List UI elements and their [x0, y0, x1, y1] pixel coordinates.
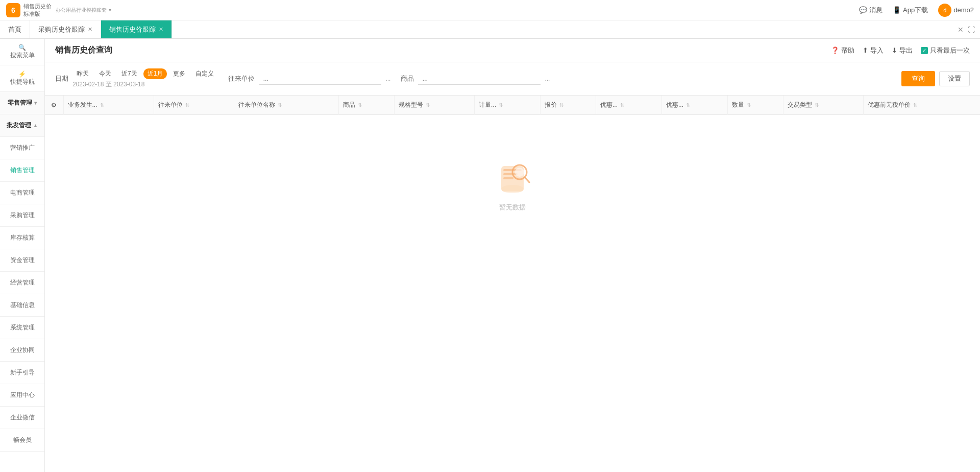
date-filter-group: 日期 昨天 今天 近7天 近1月 更多 自定义 2023-02-18 至 202… — [55, 68, 218, 89]
chevron-up-icon: ▲ — [33, 123, 38, 128]
date-range-display: 2023-02-18 至 2023-03-18 — [72, 80, 218, 89]
message-button[interactable]: 💬 消息 — [859, 6, 883, 15]
table-col-spec[interactable]: 规格型号 ⇅ — [394, 96, 474, 115]
import-button[interactable]: ⬆ 导入 — [863, 46, 884, 55]
sort-icon: ⇅ — [499, 102, 503, 108]
sidebar-item-member[interactable]: 畅会员 — [0, 429, 44, 452]
table-col-unit[interactable]: 计量... ⇅ — [474, 96, 540, 115]
maximize-button[interactable]: ⛶ — [968, 26, 975, 34]
empty-icon — [492, 156, 533, 197]
sort-icon: ⇅ — [686, 102, 690, 108]
svg-line-7 — [525, 177, 529, 182]
close-purchase-history-tab[interactable]: ✕ — [88, 26, 92, 33]
sort-icon: ⇅ — [620, 102, 624, 108]
account-selector[interactable]: 办公用品行业模拟账套 ▾ — [56, 7, 111, 14]
sidebar-item-basic-info[interactable]: 基础信息 — [0, 294, 44, 317]
sidebar-item-system-mgmt[interactable]: 系统管理 — [0, 317, 44, 339]
sidebar-item-wholesale-mgmt[interactable]: 批发管理 ▲ — [0, 114, 44, 137]
only-last-checkbox-group[interactable]: ✓ 只看最后一次 — [921, 46, 970, 55]
message-icon: 💬 — [859, 6, 867, 14]
tab-purchase-history[interactable]: 采购历史价跟踪 ✕ — [30, 20, 101, 38]
table-col-partner-name[interactable]: 往来单位名称 ⇅ — [234, 96, 338, 115]
date-btn-more[interactable]: 更多 — [169, 68, 189, 79]
table-header: ⚙ 业务发生... ⇅ 往来单位 ⇅ 往来单位名称 ⇅ — [45, 96, 980, 115]
page-header: 销售历史价查询 ❓ 帮助 ⬆ 导入 ⬇ 导出 ✓ 只看最后一次 — [45, 39, 980, 62]
topbar-left: 6 销售历史价 标准版 办公用品行业模拟账套 ▾ — [6, 3, 111, 17]
table-col-discount1[interactable]: 优惠... ⇅ — [596, 96, 662, 115]
partner-filter-label: 往来单位 — [228, 74, 255, 83]
app-download-button[interactable]: 📱 App下载 — [893, 6, 928, 15]
table-col-trade-type[interactable]: 交易类型 ⇅ — [783, 96, 864, 115]
tab-sales-history[interactable]: 销售历史价跟踪 ✕ — [101, 20, 172, 38]
product-filter-group: 商品 ... — [401, 73, 550, 85]
empty-illustration — [492, 156, 533, 197]
help-button[interactable]: ❓ 帮助 — [831, 46, 854, 55]
product-filter-label: 商品 — [401, 74, 414, 83]
query-button[interactable]: 查询 — [901, 71, 935, 86]
sidebar-item-ops-mgmt[interactable]: 经营管理 — [0, 272, 44, 294]
avatar: d — [938, 4, 951, 17]
data-table: ⚙ 业务发生... ⇅ 往来单位 ⇅ 往来单位名称 ⇅ — [45, 96, 980, 115]
table-col-product[interactable]: 商品 ⇅ — [338, 96, 394, 115]
close-all-tabs-button[interactable]: ✕ — [958, 26, 964, 34]
sort-icon: ⇅ — [559, 102, 564, 108]
sidebar: 🔍 搜索菜单 ⚡ 快捷导航 零售管理 ▾ 批发管理 ▲ 营销推广 销售管理 电商… — [0, 39, 45, 472]
table-col-pretax-price[interactable]: 优惠前无税单价 ⇅ — [864, 96, 980, 115]
sort-icon: ⇅ — [913, 102, 917, 108]
sidebar-item-app-center[interactable]: 应用中心 — [0, 384, 44, 407]
sidebar-item-enterprise-collab[interactable]: 企业协同 — [0, 339, 44, 362]
search-menu-icon: 🔍 — [18, 44, 26, 51]
user-profile[interactable]: d demo2 — [938, 4, 974, 17]
sort-icon: ⇅ — [185, 102, 189, 108]
partner-filter-dots[interactable]: ... — [385, 75, 390, 82]
filter-bar: 日期 昨天 今天 近7天 近1月 更多 自定义 2023-02-18 至 202… — [45, 62, 980, 96]
product-filter-input[interactable] — [418, 73, 541, 85]
tab-home[interactable]: 首页 — [0, 20, 30, 38]
date-btn-today[interactable]: 今天 — [95, 68, 115, 79]
date-filter-label: 日期 — [55, 74, 68, 83]
export-icon: ⬇ — [892, 46, 897, 54]
date-btn-yesterday[interactable]: 昨天 — [72, 68, 93, 79]
sort-icon: ⇅ — [100, 102, 104, 108]
table-col-partner-code[interactable]: 往来单位 ⇅ — [154, 96, 234, 115]
sort-icon: ⇅ — [358, 102, 362, 108]
sidebar-item-ecommerce-mgmt[interactable]: 电商管理 — [0, 182, 44, 204]
sidebar-item-enterprise-wechat[interactable]: 企业微信 — [0, 407, 44, 429]
sidebar-item-sales-mgmt[interactable]: 销售管理 — [0, 159, 44, 182]
help-icon: ❓ — [831, 46, 839, 54]
sidebar-item-search-menu[interactable]: 🔍 搜索菜单 — [0, 39, 44, 65]
table-col-discount2[interactable]: 优惠... ⇅ — [662, 96, 728, 115]
date-btn-last1month[interactable]: 近1月 — [143, 68, 167, 79]
close-sales-history-tab[interactable]: ✕ — [159, 26, 163, 33]
partner-filter-input[interactable] — [259, 73, 381, 85]
settings-button[interactable]: 设置 — [939, 71, 970, 86]
date-buttons: 昨天 今天 近7天 近1月 更多 自定义 — [72, 68, 218, 79]
main-layout: 🔍 搜索菜单 ⚡ 快捷导航 零售管理 ▾ 批发管理 ▲ 营销推广 销售管理 电商… — [0, 39, 980, 472]
table-col-quantity[interactable]: 数量 ⇅ — [728, 96, 783, 115]
table-col-price[interactable]: 报价 ⇅ — [541, 96, 596, 115]
only-last-checkbox[interactable]: ✓ — [921, 47, 928, 54]
quick-nav-icon: ⚡ — [18, 70, 26, 78]
date-btn-custom[interactable]: 自定义 — [191, 68, 218, 79]
sidebar-item-finance-mgmt[interactable]: 资金管理 — [0, 249, 44, 272]
chevron-down-icon: ▾ — [34, 100, 37, 106]
import-icon: ⬆ — [863, 46, 868, 54]
product-filter-dots[interactable]: ... — [545, 75, 550, 82]
sidebar-item-quick-nav[interactable]: ⚡ 快捷导航 — [0, 65, 44, 92]
sort-icon: ⇅ — [278, 102, 282, 108]
export-button[interactable]: ⬇ 导出 — [892, 46, 913, 55]
sidebar-item-purchase-mgmt[interactable]: 采购管理 — [0, 204, 44, 227]
sidebar-item-retail-mgmt[interactable]: 零售管理 ▾ — [0, 92, 44, 114]
sidebar-item-inventory[interactable]: 库存核算 — [0, 227, 44, 249]
table-col-gear[interactable]: ⚙ — [45, 96, 63, 115]
date-btn-last7days[interactable]: 近7天 — [117, 68, 141, 79]
app-download-icon: 📱 — [893, 6, 901, 14]
empty-text: 暂无数据 — [499, 203, 526, 212]
sort-icon: ⇅ — [815, 102, 819, 108]
page-actions: ❓ 帮助 ⬆ 导入 ⬇ 导出 ✓ 只看最后一次 — [831, 46, 970, 55]
topbar: 6 销售历史价 标准版 办公用品行业模拟账套 ▾ 💬 消息 📱 App下载 d … — [0, 0, 980, 20]
table-col-biz-date[interactable]: 业务发生... ⇅ — [63, 96, 154, 115]
sidebar-item-marketing[interactable]: 营销推广 — [0, 137, 44, 159]
sidebar-item-newbie-guide[interactable]: 新手引导 — [0, 362, 44, 384]
sort-icon: ⇅ — [426, 102, 430, 108]
